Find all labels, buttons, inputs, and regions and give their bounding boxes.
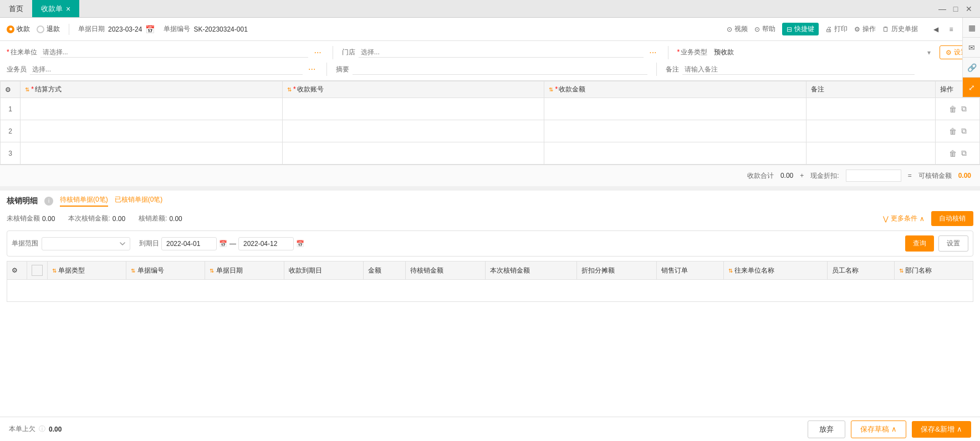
row3-copy-icon[interactable]: ⧉ [961, 148, 967, 158]
summary-row: 收款合计 0.00 + 现金折扣: = 可核销金额 0.00 [0, 165, 980, 186]
bth-doc-type: ⇅ 单据类型 [48, 261, 126, 280]
row1-delete-icon[interactable]: 🗑 [949, 105, 957, 114]
bth-doc-num: ⇅ 单据编号 [126, 261, 205, 280]
docnum-field: 单据编号 SK-20230324-001 [164, 24, 247, 34]
settings-gear-icon: ⚙ [946, 49, 952, 57]
view-list-icon[interactable]: ≡ [945, 23, 958, 36]
tab-active[interactable]: 收款单 × [32, 0, 79, 17]
due-date-from[interactable] [161, 237, 217, 250]
range-label: 单据范围 [12, 239, 38, 248]
sidebar-table-icon[interactable]: ▦ [963, 18, 980, 38]
bottom-table-wrapper: ⚙ ⇅ 单据类型 ⇅ 单据编号 ⇅ 单据日期 收款到期日 金额 待核销金额 本次… [7, 261, 973, 302]
row1-account[interactable] [282, 98, 544, 120]
row2-delete-icon[interactable]: 🗑 [949, 127, 957, 136]
recon-section: 核销明细 i 待核销单据(0笔) 已核销单据(0笔) 未核销金额 0.00 本次… [0, 191, 980, 306]
store-input[interactable] [359, 47, 644, 58]
shortcut-btn[interactable]: ⊟ 快捷键 [782, 23, 819, 35]
memo-input[interactable] [353, 64, 647, 75]
counterpart-field: *往来单位 ··· [7, 47, 324, 58]
row1-copy-icon[interactable]: ⧉ [961, 104, 967, 114]
row2-remark[interactable] [806, 120, 935, 142]
more-conditions-label: 更多条件 [891, 214, 917, 223]
data-table: ⚙ ⇅ *结算方式 ⇅ *收款账号 ⇅ *收款金额 备注 操作 1 [0, 81, 980, 165]
query-button[interactable]: 查询 [905, 235, 934, 252]
recon-tab-pending[interactable]: 待核销单据(0笔) [60, 195, 108, 207]
toolbar-right: ⊙ 视频 ⊙ 帮助 ⊟ 快捷键 🖨 打印 ⚙ 操作 🗒 历史单据 [727, 23, 973, 36]
row2-amount[interactable] [544, 120, 807, 142]
video-btn[interactable]: ⊙ 视频 [727, 24, 748, 34]
staff-label: 业务员 [7, 65, 27, 74]
tab-close-icon[interactable]: × [66, 4, 70, 13]
biz-type-dropdown-icon[interactable]: ▾ [927, 49, 931, 57]
recon-info-icon[interactable]: i [44, 197, 53, 206]
history-btn[interactable]: 🗒 历史单据 [882, 24, 918, 34]
sidebar-expand-icon[interactable]: ⤢ [963, 78, 980, 98]
tab-home[interactable]: 首页 [0, 0, 32, 17]
save-new-button[interactable]: 保存&新增 ∧ [912, 421, 971, 438]
table-wrapper: ⚙ ⇅ *结算方式 ⇅ *收款账号 ⇅ *收款金额 备注 操作 1 [0, 81, 980, 165]
counterpart-more-icon[interactable]: ··· [312, 48, 323, 58]
recon-tab-done[interactable]: 已核销单据(0笔) [115, 195, 163, 207]
sidebar-attach-icon[interactable]: 🔗 [963, 58, 980, 78]
range-select[interactable] [42, 237, 130, 250]
diff-label: 核销差额: [139, 214, 167, 223]
discount-label: 现金折扣: [810, 171, 839, 181]
radio-shoukuan[interactable]: 收款 [7, 24, 30, 34]
row1-amount[interactable] [544, 98, 807, 120]
row2-copy-icon[interactable]: ⧉ [961, 126, 967, 136]
row3-delete-icon[interactable]: 🗑 [949, 149, 957, 158]
print-btn[interactable]: 🖨 打印 [825, 24, 848, 34]
help-btn[interactable]: ⊙ 帮助 [754, 24, 775, 34]
row3-remark[interactable] [806, 142, 935, 165]
range-field: 单据范围 [12, 237, 130, 250]
row1-settlement[interactable] [21, 98, 283, 120]
more-conditions-btn[interactable]: ⋁ 更多条件 ∧ [883, 214, 925, 223]
row3-amount[interactable] [544, 142, 807, 165]
per-page-value: 0.00 [49, 425, 62, 433]
close-button[interactable]: ✕ [964, 4, 973, 13]
staff-more-icon[interactable]: ··· [306, 64, 318, 74]
view-prev-icon[interactable]: ◀ [929, 23, 942, 36]
per-page-info-icon[interactable]: ⓘ [39, 424, 45, 434]
video-icon: ⊙ [727, 25, 732, 33]
remark-input[interactable] [682, 64, 915, 75]
form-row-2: 业务员 ··· 摘要 备注 [7, 63, 973, 76]
radio-tuikuan-label: 退款 [47, 24, 60, 34]
cal-icon-to[interactable]: 📅 [296, 240, 304, 248]
divider5 [656, 63, 657, 76]
row1-remark[interactable] [806, 98, 935, 120]
row3-account[interactable] [282, 142, 544, 165]
radio-tuikuan[interactable]: 退款 [37, 24, 60, 34]
store-more-icon[interactable]: ··· [647, 48, 659, 58]
save-draft-button[interactable]: 保存草稿 ∧ [851, 421, 906, 438]
row2-account[interactable] [282, 120, 544, 142]
filter-settings-button[interactable]: 设置 [938, 235, 968, 252]
calendar-icon[interactable]: 📅 [145, 25, 155, 34]
minimize-button[interactable]: — [938, 4, 947, 13]
row1-actions: 🗑 ⧉ [936, 98, 980, 120]
per-page-label: 本单上欠 [9, 424, 35, 434]
table-header-row: ⚙ ⇅ *结算方式 ⇅ *收款账号 ⇅ *收款金额 备注 操作 [1, 81, 980, 98]
radio-group: 收款 退款 [7, 24, 60, 34]
th-settings[interactable]: ⚙ [1, 81, 21, 98]
bth-counterpart: ⇅ 往来单位名称 [723, 261, 827, 280]
th-settlement: ⇅ *结算方式 [21, 81, 283, 98]
select-all-checkbox[interactable] [32, 265, 43, 276]
collection-total-label: 收款合计 [747, 171, 774, 181]
sidebar-email-icon[interactable]: ✉ [963, 38, 980, 58]
biz-type-field: *业务类型 预收款 ▾ [677, 48, 931, 57]
row2-settlement[interactable] [21, 120, 283, 142]
staff-input[interactable] [30, 64, 303, 75]
row3-settlement[interactable] [21, 142, 283, 165]
discount-input[interactable] [846, 170, 901, 182]
operations-btn[interactable]: ⚙ 操作 [854, 24, 876, 34]
bth-checkbox[interactable] [27, 261, 48, 280]
bth-settings[interactable]: ⚙ [7, 261, 27, 280]
due-date-to[interactable] [238, 237, 294, 250]
abandon-button[interactable]: 放弃 [808, 421, 845, 438]
divider1 [69, 24, 69, 35]
counterpart-input[interactable] [40, 47, 309, 58]
auto-recon-button[interactable]: 自动核销 [931, 211, 973, 226]
maximize-button[interactable]: □ [951, 4, 960, 13]
cal-icon-from[interactable]: 📅 [219, 240, 227, 248]
